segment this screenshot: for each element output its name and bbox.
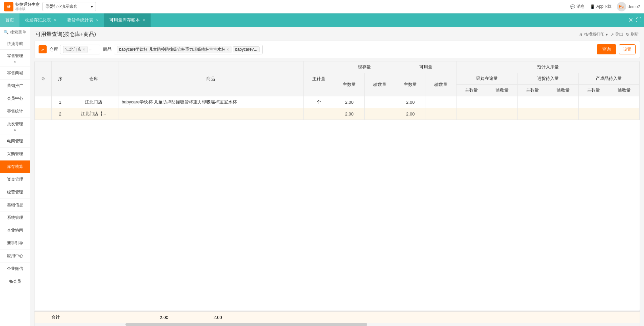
product-input[interactable]: babycare学饮杯 儿童防摔防撞吸管杯重力球吸嘴杯宝宝水杯 ✕ babyca… <box>114 45 263 54</box>
tab-orders[interactable]: 要货单统计表 ✕ <box>62 13 104 27</box>
col-in-aux: 辅数量 <box>548 85 578 96</box>
download-icon: 📱 <box>590 4 595 9</box>
col-settings[interactable]: ⚙ <box>35 61 52 96</box>
cell-settings <box>35 96 52 108</box>
col-prod-aux: 辅数量 <box>609 85 639 96</box>
sidebar-item-inventory[interactable]: 库存核算 <box>0 160 30 173</box>
sidebar-item-marketing[interactable]: 营销推广 <box>0 80 30 92</box>
maximize-icon[interactable]: ⛶ <box>636 17 641 23</box>
col-stock-main: 主数量 <box>334 73 365 96</box>
total-label: 合计 <box>35 314 100 320</box>
remove-product-tag-1[interactable]: ✕ <box>226 48 229 51</box>
col-prod-main: 主数量 <box>578 85 609 96</box>
sidebar-item-retail-mgmt[interactable]: 零售管理 ▲ <box>0 50 30 67</box>
cell-avail-aux <box>426 96 456 108</box>
nav-tabs: 首页 收发存汇总表 ✕ 要货单统计表 ✕ 可用量库存账本 ✕ ✕ ⛶ <box>0 13 644 27</box>
cell-in-main <box>517 96 548 108</box>
cell-unit <box>304 108 334 120</box>
tab-home[interactable]: 首页 <box>0 13 19 27</box>
col-no: 序 <box>52 61 69 96</box>
sidebar-item-finance[interactable]: 资金管理 <box>0 173 30 186</box>
table-main-header: ⚙ 序 仓库 商品 主计量 现存量 可用量 预计入库量 <box>35 61 640 73</box>
print-icon: 🖨 <box>579 32 583 37</box>
cell-no: 2 <box>52 108 69 120</box>
export-btn[interactable]: ↗ 导出 <box>610 32 623 37</box>
sidebar-item-retail-stats[interactable]: 零售统计 <box>0 105 30 118</box>
cell-avail-main: 2.00 <box>395 108 426 120</box>
total-values: 2.00 2.00 <box>100 315 640 320</box>
sidebar-item-vip[interactable]: 畅会员 <box>0 275 30 288</box>
close-tab-orders[interactable]: ✕ <box>96 18 99 22</box>
col-pur-main: 主数量 <box>456 85 487 96</box>
tab-receipts[interactable]: 收发存汇总表 ✕ <box>19 13 62 27</box>
sidebar-item-enterprise[interactable]: 企业协同 <box>0 224 30 237</box>
message-btn[interactable]: 💬 消息 <box>570 4 585 9</box>
sidebar-item-newbie[interactable]: 新手引导 <box>0 237 30 250</box>
close-tab-available[interactable]: ✕ <box>143 18 145 22</box>
top-bar-right: 💬 消息 📱 App下载 Ea demo2 <box>570 2 640 11</box>
settings-btn[interactable]: 设置 <box>619 44 636 54</box>
sidebar-item-system[interactable]: 系统管理 <box>0 212 30 224</box>
cell-product <box>118 108 304 120</box>
remove-warehouse-tag[interactable]: ✕ <box>83 48 85 51</box>
horizontal-scrollbar[interactable] <box>34 323 640 326</box>
cell-pur-aux <box>487 96 517 108</box>
logo-icon: 好 <box>4 2 13 11</box>
user-area[interactable]: Ea demo2 <box>617 2 640 11</box>
cell-pur-main <box>456 108 487 120</box>
filter-action-btns: 查询 设置 <box>597 44 636 54</box>
cell-stock-aux <box>365 108 395 120</box>
col-stock-aux: 辅数量 <box>365 73 395 96</box>
sidebar-search[interactable]: 🔍 搜索菜单 <box>0 27 30 38</box>
store-selector[interactable]: 母婴行业演示账套 ▾ <box>42 2 96 11</box>
page-header: 可用量查询(按仓库+商品) 🖨 按模板打印 ▾ ↗ 导出 ↻ 刷新 <box>30 27 644 41</box>
total-stock-aux <box>177 315 204 320</box>
cell-unit: 个 <box>304 96 334 108</box>
sidebar-item-retail-mall[interactable]: 零售商城 <box>0 67 30 80</box>
col-product: 商品 <box>118 61 304 96</box>
cell-pur-aux <box>487 108 517 120</box>
main-layout: 🔍 搜索菜单 快捷导航 零售管理 ▲ 零售商城 营销推广 会员中心 零售统计 批… <box>0 27 644 326</box>
cell-product: babycare学饮杯 儿童防摔防撞吸管杯重力球吸嘴杯宝宝水杯 <box>118 96 304 108</box>
filter-expand-btn[interactable]: » <box>39 45 47 53</box>
sidebar-item-enterprise-wechat[interactable]: 企业微信 <box>0 263 30 275</box>
table-container: ⚙ 序 仓库 商品 主计量 现存量 可用量 预计入库量 主数量 辅数量 主数量 <box>34 61 640 311</box>
product-tag-2: babycare?... <box>233 46 260 52</box>
col-stock-group: 现存量 <box>334 61 395 73</box>
cell-stock-main: 2.00 <box>334 108 365 120</box>
tab-actions: ✕ ⛶ <box>628 16 644 24</box>
app-download-btn[interactable]: 📱 App下载 <box>590 4 611 9</box>
sidebar-item-ecommerce[interactable]: 电商管理 <box>0 135 30 148</box>
col-purchase-group: 采购在途量 <box>456 73 517 85</box>
cell-prod-aux <box>609 96 639 108</box>
sidebar-item-basic-info[interactable]: 基础信息 <box>0 199 30 212</box>
sidebar-item-operations[interactable]: 经营管理 <box>0 186 30 199</box>
avatar: Ea <box>617 2 626 11</box>
message-icon: 💬 <box>570 4 575 9</box>
chevron-down-icon: ▾ <box>606 32 608 37</box>
logo-text: 畅捷通好生意 标准版 <box>15 2 40 11</box>
sidebar-item-wholesale[interactable]: 批发管理 ▲ <box>0 118 30 135</box>
sidebar-quick-nav[interactable]: 快捷导航 <box>0 38 30 50</box>
expand-icon: ▲ <box>13 128 17 131</box>
top-bar-left: 好 畅捷通好生意 标准版 母婴行业演示账套 ▾ <box>4 2 96 11</box>
warehouse-input[interactable]: 江北门店 ✕ ··· <box>60 45 100 54</box>
tab-available[interactable]: 可用量库存账本 ✕ <box>104 13 151 27</box>
more-warehouses[interactable]: ··· <box>89 47 93 52</box>
close-tab-receipts[interactable]: ✕ <box>54 18 56 22</box>
sidebar-item-purchase[interactable]: 采购管理 <box>0 148 30 160</box>
query-btn[interactable]: 查询 <box>597 44 616 54</box>
sidebar-item-app-center[interactable]: 应用中心 <box>0 250 30 263</box>
cell-prod-main <box>578 96 609 108</box>
table-row: 1 江北门店 babycare学饮杯 儿童防摔防撞吸管杯重力球吸嘴杯宝宝水杯 个… <box>35 96 640 108</box>
sidebar-item-member[interactable]: 会员中心 <box>0 92 30 105</box>
settings-icon[interactable]: ⚙ <box>41 76 45 81</box>
warehouse-filter-group: 仓库 江北门店 ✕ ··· <box>49 45 100 54</box>
col-unit: 主计量 <box>304 61 334 96</box>
close-all-icon[interactable]: ✕ <box>628 16 633 24</box>
filter-area: » 仓库 江北门店 ✕ ··· 商品 babycare学饮杯 儿童防摔防撞吸管杯… <box>34 41 640 58</box>
col-in-main: 主数量 <box>517 85 548 96</box>
refresh-btn[interactable]: ↻ 刷新 <box>626 32 639 37</box>
print-btn[interactable]: 🖨 按模板打印 ▾ <box>579 32 608 37</box>
export-icon: ↗ <box>610 32 614 37</box>
